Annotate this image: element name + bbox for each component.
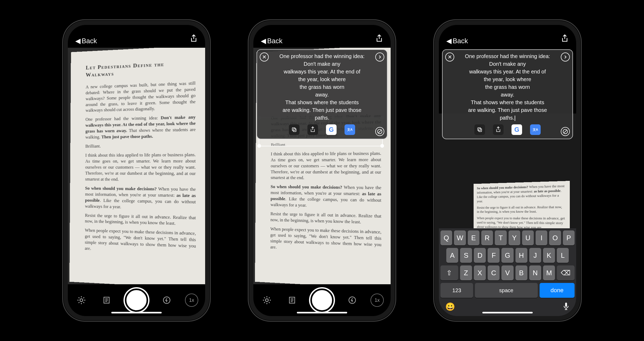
- ocr-text[interactable]: away.: [456, 91, 559, 99]
- key-s[interactable]: S: [460, 248, 472, 263]
- camera-toolbar: 1x: [253, 284, 391, 316]
- next-button[interactable]: [561, 53, 570, 62]
- ocr-text[interactable]: are walking. Then just pave those: [456, 106, 559, 114]
- screen: ◀ Back One professor had the winning ide…: [253, 25, 391, 316]
- key-f[interactable]: F: [488, 248, 500, 263]
- ocr-text[interactable]: Don't make any: [456, 60, 559, 68]
- paragraph: Resist the urge to figure it all out in …: [270, 211, 381, 226]
- copy-button[interactable]: [474, 124, 485, 135]
- key-z[interactable]: Z: [460, 265, 472, 280]
- key-k[interactable]: K: [543, 248, 555, 263]
- share-button[interactable]: [375, 34, 383, 45]
- document-mode-button[interactable]: [100, 294, 113, 307]
- selection-handle-br[interactable]: [380, 144, 384, 148]
- ocr-text[interactable]: That shows where the students: [456, 99, 559, 106]
- edit-button[interactable]: [561, 127, 570, 136]
- close-button[interactable]: ✕: [445, 53, 454, 62]
- key-v[interactable]: V: [501, 265, 513, 280]
- done-key[interactable]: done: [540, 283, 575, 298]
- key-j[interactable]: J: [529, 248, 541, 263]
- shutter-button[interactable]: [125, 288, 148, 312]
- shift-key[interactable]: ⇧: [440, 265, 458, 280]
- ocr-text: paths.: [271, 114, 373, 122]
- key-t[interactable]: T: [495, 230, 506, 245]
- numeric-key[interactable]: 123: [440, 283, 473, 298]
- share-button[interactable]: [190, 34, 198, 45]
- key-d[interactable]: D: [474, 248, 486, 263]
- edit-button[interactable]: [375, 127, 384, 136]
- ocr-text[interactable]: One professor had the winning idea:: [456, 53, 559, 60]
- camera-viewfinder[interactable]: One professor had the winning idea: Don'…: [253, 48, 391, 284]
- key-a[interactable]: A: [446, 248, 458, 263]
- google-search-button[interactable]: G: [326, 124, 337, 135]
- key-e[interactable]: E: [468, 230, 479, 245]
- zoom-button[interactable]: 1x: [370, 294, 384, 307]
- ocr-text[interactable]: the grass has worn: [456, 83, 559, 91]
- close-button[interactable]: ✕: [260, 53, 269, 62]
- back-button[interactable]: ◀ Back: [446, 37, 468, 45]
- home-indicator[interactable]: [111, 312, 162, 313]
- ocr-text: are walking. Then just pave those: [271, 106, 373, 114]
- key-h[interactable]: H: [515, 248, 527, 263]
- key-u[interactable]: U: [522, 230, 534, 245]
- flash-button[interactable]: [160, 294, 173, 307]
- key-n[interactable]: N: [529, 265, 541, 280]
- home-indicator[interactable]: [482, 312, 533, 313]
- back-label: Back: [82, 37, 97, 45]
- next-button[interactable]: [375, 53, 384, 62]
- back-chevron-icon: ◀: [446, 37, 452, 45]
- google-translate-button[interactable]: 文A: [345, 124, 355, 135]
- emoji-button[interactable]: 😀: [445, 302, 455, 312]
- key-w[interactable]: W: [454, 230, 466, 245]
- key-g[interactable]: G: [501, 248, 513, 263]
- share-action-button[interactable]: [307, 124, 318, 135]
- ocr-text[interactable]: walkways this year. At the end of: [456, 68, 559, 76]
- key-q[interactable]: Q: [440, 230, 452, 245]
- text-cursor: [515, 116, 515, 121]
- ocr-text: That shows where the students: [271, 99, 373, 106]
- selection-handle-bl[interactable]: [257, 144, 261, 148]
- back-button[interactable]: ◀ Back: [75, 37, 97, 45]
- shutter-button[interactable]: [310, 288, 334, 312]
- zoom-button[interactable]: 1x: [185, 294, 198, 307]
- ocr-text: Don't make any: [271, 60, 373, 68]
- share-action-button[interactable]: [493, 124, 504, 135]
- screen: ◀ Back Let Pedestrians Define the Walkwa…: [68, 25, 205, 316]
- backspace-key[interactable]: ⌫: [557, 265, 575, 280]
- dictation-button[interactable]: [562, 302, 570, 312]
- settings-button[interactable]: [260, 294, 274, 307]
- key-p[interactable]: P: [563, 230, 575, 245]
- space-key[interactable]: space: [475, 283, 538, 298]
- paragraph: So when should you make decisions? When …: [271, 184, 381, 210]
- share-button[interactable]: [561, 34, 569, 45]
- svg-point-0: [80, 299, 83, 302]
- ocr-text[interactable]: the year, look where: [456, 76, 559, 83]
- key-i[interactable]: I: [536, 230, 547, 245]
- notch: [481, 25, 534, 33]
- ocr-edit-panel[interactable]: ✕ One professor had the winning idea: Do…: [442, 49, 573, 139]
- svg-rect-6: [293, 129, 296, 132]
- svg-line-19: [564, 130, 567, 133]
- ocr-text[interactable]: paths.: [456, 114, 559, 122]
- key-c[interactable]: C: [488, 265, 500, 280]
- key-y[interactable]: Y: [509, 230, 520, 245]
- settings-button[interactable]: [75, 294, 88, 307]
- key-b[interactable]: B: [515, 265, 527, 280]
- key-x[interactable]: X: [474, 265, 486, 280]
- key-m[interactable]: M: [543, 265, 555, 280]
- key-r[interactable]: R: [481, 230, 493, 245]
- home-indicator[interactable]: [297, 312, 347, 313]
- camera-viewfinder[interactable]: Let Pedestrians Define the Walkways A ne…: [68, 48, 205, 284]
- copy-button[interactable]: [289, 124, 299, 135]
- svg-rect-16: [479, 129, 482, 132]
- svg-rect-20: [565, 303, 567, 307]
- key-l[interactable]: L: [557, 248, 569, 263]
- key-o[interactable]: O: [549, 230, 561, 245]
- google-search-button[interactable]: G: [511, 124, 522, 135]
- document-mode-button[interactable]: [285, 294, 299, 307]
- back-button[interactable]: ◀ Back: [261, 37, 283, 45]
- paragraph: I think about this idea applied to life …: [271, 150, 381, 182]
- flash-button[interactable]: [346, 294, 359, 307]
- google-translate-button[interactable]: 文A: [530, 124, 541, 135]
- notch: [295, 25, 349, 33]
